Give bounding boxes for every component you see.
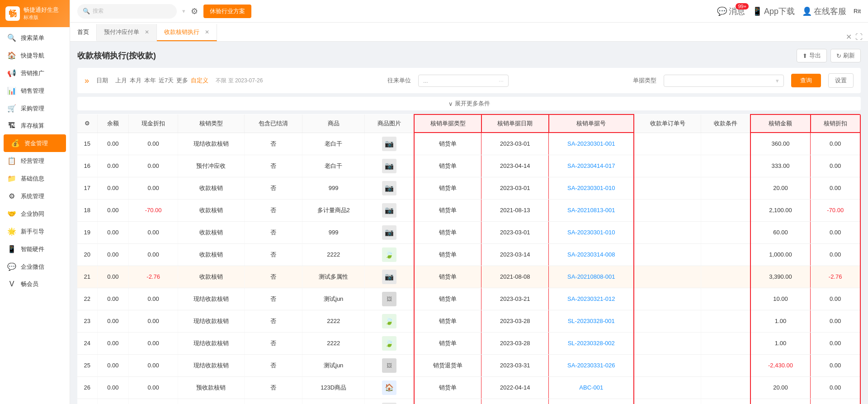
tab-maximize-icon[interactable]: ⛶ (855, 33, 863, 41)
settings-button[interactable]: 设置 (828, 73, 854, 88)
sidebar-item-system[interactable]: ⚙系统管理 (0, 187, 70, 205)
sidebar-item-inventory[interactable]: 🏗库存核算 (0, 117, 70, 134)
cell-balance: 0.00 (97, 332, 129, 354)
table-row: 15 0.00 0.00 现结收款核销 否 老白干 📷 销货单 2023-03-… (77, 133, 860, 155)
cell-product: 老白干 (302, 133, 365, 155)
sidebar-item-wechat[interactable]: 💬企业微信 (0, 258, 70, 276)
cell-cancel-voucher-type: 销货单 (414, 243, 481, 266)
cell-cash-discount: 0.00 (129, 399, 178, 404)
cell-id: 17 (77, 177, 97, 199)
cell-cash-discount: 0.00 (129, 288, 178, 310)
wechat-icon: 💬 (7, 262, 16, 271)
tab-prepay-label: 预付冲应付单 (104, 28, 139, 36)
tab-prepay[interactable]: 预付冲应付单 ✕ (97, 24, 157, 41)
cell-balance: 0.00 (97, 399, 129, 404)
cell-cancel-type: 现结收款核销 (178, 332, 244, 354)
cell-cancel-date: 2023-03-01 (481, 221, 549, 243)
sidebar-item-enterprise[interactable]: 🤝企业协同 (0, 205, 70, 223)
topbar-search-box[interactable]: 🔍 搜索 (77, 4, 177, 19)
filter-custom-date[interactable]: 自定义 (191, 76, 208, 85)
cell-receipt-condition (701, 243, 750, 266)
online-service-btn[interactable]: 👤 在线客服 (802, 6, 846, 17)
cell-cancel-date: 2023-03-21 (481, 288, 549, 310)
filter-counterparty-input[interactable]: ... ··· (418, 75, 509, 87)
tab-home[interactable]: 首页 (70, 24, 97, 41)
sidebar-item-quick-nav[interactable]: 🏠快捷导航 (0, 47, 70, 64)
sidebar-item-vip[interactable]: V畅会员 (0, 276, 70, 293)
logo-text: 畅捷通好生意 标准版 (24, 6, 59, 20)
filter-voucher-type-select[interactable]: ▾ (664, 75, 784, 87)
sidebar-item-search[interactable]: 🔍搜索菜单 (0, 29, 70, 47)
cell-cancel-date: 2023-03-28 (481, 310, 549, 332)
cell-cancel-date: 2021-08-08 (481, 266, 549, 288)
sidebar-item-purchase[interactable]: 🛒采购管理 (0, 100, 70, 117)
sidebar-item-label-enterprise: 企业协同 (21, 210, 44, 218)
filter-date-range: 不限 至 2023-07-26 (216, 77, 263, 85)
filter-this-year[interactable]: 本年 (144, 76, 156, 85)
query-button[interactable]: 查询 (791, 74, 821, 87)
tab-receipt-close-icon[interactable]: ✕ (205, 29, 209, 35)
product-image: 📷 (382, 203, 396, 218)
user-avatar-btn[interactable]: Rit (854, 8, 861, 14)
message-icon-btn[interactable]: 💬 消息 99+ (717, 6, 745, 17)
table-row: 23 0.00 0.00 现结收款核销 否 2222 🍃 销货单 2023-03… (77, 310, 860, 332)
tab-receipt[interactable]: 收款核销执行 ✕ (157, 24, 217, 41)
cell-cancel-type: 收款核销 (178, 243, 244, 266)
cell-cancel-date: 2022-04-14 (481, 376, 549, 399)
filter-date-links: 上月 本月 本年 近7天 更多 自定义 (115, 76, 208, 85)
th-receipt-condition: 收款条件 (701, 114, 750, 133)
app-download-btn[interactable]: 📱 App下载 (752, 6, 795, 17)
cell-receipt-order (634, 133, 701, 155)
sidebar-item-business[interactable]: 📋经营管理 (0, 152, 70, 170)
cell-balance: 0.00 (97, 177, 129, 199)
filter-last-month[interactable]: 上月 (115, 76, 127, 85)
cell-id: 26 (77, 376, 97, 399)
cell-cancel-date: 2023-03-14 (481, 243, 549, 266)
cell-id: 18 (77, 199, 97, 221)
expand-more-bar[interactable]: ∨ 展开更多条件 (77, 97, 861, 110)
sidebar-item-marketing[interactable]: 📢营销推广 (0, 64, 70, 82)
cell-product-image: 🏠 (365, 376, 414, 399)
sidebar-item-guide[interactable]: 🌟新手引导 (0, 223, 70, 240)
sales-icon: 📊 (7, 86, 16, 95)
cell-receipt-condition (701, 199, 750, 221)
cell-include-settled: 否 (245, 288, 302, 310)
data-table-container: ⚙ 余额 现金折扣 核销类型 包含已结清 商品 商品图片 核销单据类型 核销单据… (77, 114, 861, 404)
cell-receipt-condition (701, 288, 750, 310)
tab-close-all-icon[interactable]: ✕ (846, 33, 852, 41)
sidebar-item-base-info[interactable]: 📁基础信息 (0, 170, 70, 187)
cell-cancel-amount: 1.00 (750, 332, 811, 354)
filter-toggle-button[interactable]: » (85, 76, 89, 86)
cell-cancel-number: SL-20230408-001 (549, 399, 634, 404)
filter-this-month[interactable]: 本月 (130, 76, 142, 85)
cell-product: 测试jun (302, 354, 365, 376)
cell-include-settled: 否 (245, 354, 302, 376)
industry-solution-button[interactable]: 休验行业方案 (203, 5, 251, 18)
tab-prepay-close-icon[interactable]: ✕ (145, 29, 149, 35)
cell-include-settled: 否 (245, 199, 302, 221)
cell-cancel-voucher-type: 销货单 (414, 288, 481, 310)
cell-cancel-date: 2023-04-08 (481, 399, 549, 404)
product-image: 🍃 (382, 336, 396, 351)
refresh-button[interactable]: ↻ 刷新 (830, 49, 861, 62)
sidebar-item-hardware[interactable]: 📱智能硬件 (0, 240, 70, 258)
cell-cancel-amount: 60.00 (750, 221, 811, 243)
table-row: 25 0.00 0.00 现结收款核销 否 测试jun 🖼 销货退货单 2023… (77, 354, 860, 376)
sidebar-item-finance[interactable]: 💰资金管理 (4, 134, 66, 152)
cell-receipt-order (634, 288, 701, 310)
settings-gear-icon[interactable]: ⚙ (191, 6, 198, 16)
sidebar-item-sales[interactable]: 📊销售管理 (0, 82, 70, 100)
product-image: 📷 (382, 137, 396, 151)
export-button[interactable]: ⬆ 导出 (797, 49, 827, 62)
filter-counterparty-label: 往来单位 (387, 76, 411, 85)
tab-spacer (217, 41, 840, 41)
cell-cancel-voucher-type: 销货单 (414, 310, 481, 332)
sidebar-item-label-business: 经营管理 (21, 157, 44, 165)
filter-7-days[interactable]: 近7天 (159, 76, 174, 85)
cell-receipt-condition (701, 310, 750, 332)
cell-cancel-number: SA-20230301-010 (549, 221, 634, 243)
filter-more[interactable]: 更多 (176, 76, 188, 85)
refresh-icon: ↻ (836, 52, 841, 59)
cell-product: 123D商品 (302, 376, 365, 399)
cell-product-image: 📷 (365, 399, 414, 404)
